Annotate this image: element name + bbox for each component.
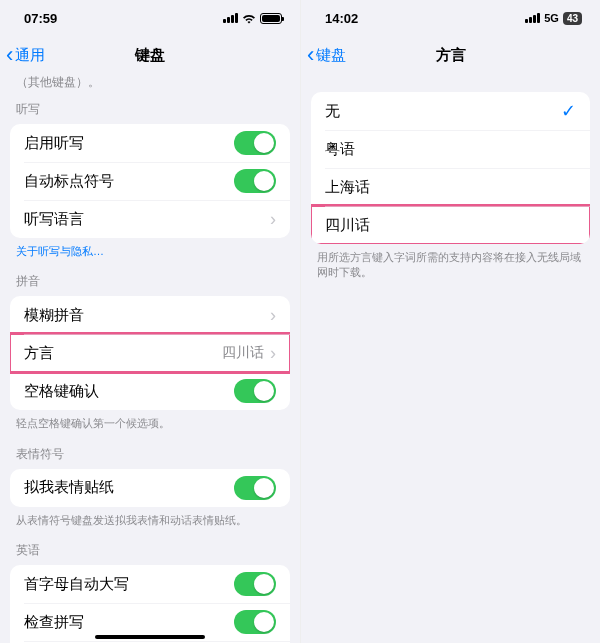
group-emoji: 拟我表情贴纸 — [10, 469, 290, 507]
status-icons — [223, 13, 282, 24]
settings-scroll[interactable]: （其他键盘）。 听写 启用听写 自动标点符号 听写语言 › 关于听写与隐私… 拼… — [0, 74, 300, 643]
row-auto-caps[interactable]: 首字母自动大写 — [10, 565, 290, 603]
right-screenshot: 14:02 5G 43 ‹ 键盘 方言 无 ✓ 粤语 上海话 四川 — [300, 0, 600, 643]
dialect-list[interactable]: 无 ✓ 粤语 上海话 四川话 用所选方言键入字词所需的支持内容将在接入无线局域网… — [301, 74, 600, 281]
row-dialect-cantonese[interactable]: 粤语 — [311, 130, 590, 168]
group-dictation: 启用听写 自动标点符号 听写语言 › — [10, 124, 290, 238]
row-label: 方言 — [24, 344, 222, 363]
row-dialect[interactable]: 方言 四川话 › — [10, 334, 290, 372]
cellular-icon — [223, 13, 238, 23]
row-label: 模糊拼音 — [24, 306, 264, 325]
left-screenshot: 07:59 ‹ 通用 键盘 （其他键盘）。 听写 启用听写 自动标点符号 听写 — [0, 0, 300, 643]
status-bar: 07:59 — [0, 0, 300, 36]
row-enable-dictation[interactable]: 启用听写 — [10, 124, 290, 162]
back-label: 通用 — [15, 46, 45, 65]
nav-bar: ‹ 键盘 方言 — [301, 36, 600, 74]
row-memoji[interactable]: 拟我表情贴纸 — [10, 469, 290, 507]
chevron-right-icon: › — [270, 344, 276, 362]
truncated-note: （其他键盘）。 — [0, 74, 300, 95]
row-label: 自动标点符号 — [24, 172, 234, 191]
network-label: 5G — [544, 12, 559, 24]
switch-on-icon[interactable] — [234, 379, 276, 403]
space-note: 轻点空格键确认第一个候选项。 — [0, 410, 300, 431]
cellular-icon — [525, 13, 540, 23]
switch-on-icon[interactable] — [234, 476, 276, 500]
back-label: 键盘 — [316, 46, 346, 65]
section-header-english: 英语 — [0, 528, 300, 565]
row-label: 粤语 — [325, 140, 576, 159]
checkmark-icon: ✓ — [561, 100, 576, 122]
row-label: 空格键确认 — [24, 382, 234, 401]
status-bar: 14:02 5G 43 — [301, 0, 600, 36]
wifi-icon — [242, 13, 256, 24]
switch-on-icon[interactable] — [234, 610, 276, 634]
back-button[interactable]: ‹ 键盘 — [307, 36, 346, 74]
section-header-dictation: 听写 — [0, 95, 300, 124]
section-header-emoji: 表情符号 — [0, 432, 300, 469]
chevron-right-icon: › — [270, 306, 276, 324]
status-icons: 5G 43 — [525, 12, 582, 25]
row-fuzzy-pinyin[interactable]: 模糊拼音 › — [10, 296, 290, 334]
battery-icon — [260, 13, 282, 24]
privacy-link[interactable]: 关于听写与隐私… — [0, 238, 300, 259]
chevron-left-icon: ‹ — [6, 44, 13, 66]
battery-badge: 43 — [563, 12, 582, 25]
chevron-left-icon: ‹ — [307, 44, 314, 66]
section-header-pinyin: 拼音 — [0, 259, 300, 296]
row-label: 启用听写 — [24, 134, 234, 153]
row-dialect-shanghai[interactable]: 上海话 — [311, 168, 590, 206]
row-dialect-none[interactable]: 无 ✓ — [311, 92, 590, 130]
memoji-note: 从表情符号键盘发送拟我表情和动话表情贴纸。 — [0, 507, 300, 528]
row-auto-punct[interactable]: 自动标点符号 — [10, 162, 290, 200]
dialect-note: 用所选方言键入字词所需的支持内容将在接入无线局域网时下载。 — [301, 244, 600, 281]
row-label: 听写语言 — [24, 210, 264, 229]
chevron-right-icon: › — [270, 210, 276, 228]
row-space-confirm[interactable]: 空格键确认 — [10, 372, 290, 410]
back-button[interactable]: ‹ 通用 — [6, 36, 45, 74]
switch-on-icon[interactable] — [234, 572, 276, 596]
row-label: 无 — [325, 102, 561, 121]
nav-title: 方言 — [436, 46, 466, 65]
row-label: 四川话 — [325, 216, 576, 235]
group-english: 首字母自动大写 检查拼写 输入预测 滑行键入时逐词删除 — [10, 565, 290, 643]
row-detail: 四川话 — [222, 344, 264, 362]
group-dialects: 无 ✓ 粤语 上海话 四川话 — [311, 92, 590, 244]
row-label: 拟我表情贴纸 — [24, 478, 234, 497]
group-pinyin: 模糊拼音 › 方言 四川话 › 空格键确认 — [10, 296, 290, 410]
home-indicator[interactable] — [95, 635, 205, 639]
row-dictation-lang[interactable]: 听写语言 › — [10, 200, 290, 238]
row-dialect-sichuan[interactable]: 四川话 — [311, 206, 590, 244]
switch-on-icon[interactable] — [234, 131, 276, 155]
nav-bar: ‹ 通用 键盘 — [0, 36, 300, 74]
row-label: 上海话 — [325, 178, 576, 197]
status-time: 07:59 — [24, 11, 57, 26]
row-label: 检查拼写 — [24, 613, 234, 632]
nav-title: 键盘 — [135, 46, 165, 65]
status-time: 14:02 — [325, 11, 358, 26]
switch-on-icon[interactable] — [234, 169, 276, 193]
row-label: 首字母自动大写 — [24, 575, 234, 594]
